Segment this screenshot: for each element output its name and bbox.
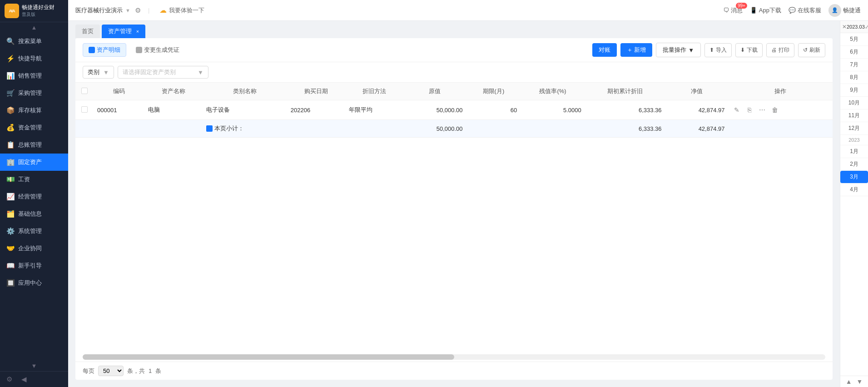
- download-button[interactable]: ⬇ 下载: [735, 43, 763, 57]
- total-prefix: 条，共: [127, 367, 145, 375]
- sidebar-item-purchase[interactable]: 🛒 采购管理: [0, 84, 68, 102]
- category-filter-placeholder: 请选择固定资产类别: [123, 68, 176, 76]
- calendar-month-6[interactable]: 6月: [840, 46, 868, 59]
- calendar-month-4[interactable]: 4月: [840, 184, 868, 196]
- copy-button[interactable]: ⎘: [744, 105, 754, 115]
- app-logo-text: 畅捷通好业财: [22, 4, 55, 11]
- calendar-up-button[interactable]: ▲: [846, 378, 852, 385]
- calendar-close-button[interactable]: ✕: [842, 24, 847, 30]
- sidebar-scroll-down[interactable]: ▼: [0, 361, 68, 371]
- table-footer: 每页 50 100 条，共 1 条: [75, 362, 833, 380]
- tab-home[interactable]: 首页: [75, 25, 100, 38]
- import-button[interactable]: ⬆ 导入: [704, 43, 732, 57]
- sidebar-item-inventory[interactable]: 📦 库存核算: [0, 102, 68, 119]
- cell-name: 电脑: [144, 100, 203, 120]
- category-input-dropdown-icon: ▼: [198, 69, 203, 76]
- cell-net-value: 42,874.97: [665, 100, 729, 120]
- calendar-month-1[interactable]: 1月: [840, 145, 868, 158]
- sidebar-item-finance[interactable]: 💰 资金管理: [0, 119, 68, 136]
- sidebar-item-search[interactable]: 🔍 搜索菜单: [0, 33, 68, 50]
- col-accumulated-depreciation: 期初累计折旧: [585, 83, 665, 100]
- sidebar-item-ledger[interactable]: 📋 总账管理: [0, 136, 68, 154]
- edit-button[interactable]: ✎: [732, 105, 742, 115]
- refresh-button[interactable]: ↺ 刷新: [798, 43, 825, 57]
- user-button[interactable]: 👤 畅捷通: [828, 4, 861, 17]
- sub-tab-asset-detail-label: 资产明细: [97, 46, 120, 54]
- cell-accumulated-depreciation: 6,333.36: [585, 100, 665, 120]
- customer-service-button[interactable]: 💬 在线客服: [789, 6, 821, 15]
- calendar-down-button[interactable]: ▼: [857, 378, 863, 385]
- calendar-month-8[interactable]: 8月: [840, 71, 868, 84]
- subtotal-empty-date: [287, 120, 345, 138]
- col-category: 类别名称: [203, 83, 287, 100]
- sidebar-item-collab[interactable]: 🤝 企业协同: [0, 240, 68, 257]
- header-checkbox[interactable]: [81, 88, 88, 94]
- col-depreciation-method: 折旧方法: [345, 83, 403, 100]
- row-checkbox[interactable]: [81, 106, 88, 113]
- more-button[interactable]: ⋯: [757, 105, 767, 115]
- sidebar-item-basic-info[interactable]: 🗂️ 基础信息: [0, 205, 68, 223]
- batch-button[interactable]: 批量操作 ▼: [656, 43, 701, 57]
- calendar-year-month: 2023.03: [847, 24, 865, 30]
- sidebar-scroll-up[interactable]: ▲: [0, 22, 68, 33]
- sidebar-item-quicknav[interactable]: ⚡ 快捷导航: [0, 50, 68, 67]
- subtotal-net-value: 42,874.97: [665, 120, 729, 138]
- app-download-button[interactable]: 📱 App下载: [750, 6, 781, 15]
- sidebar-item-system[interactable]: ⚙️ 系统管理: [0, 223, 68, 240]
- refresh-label: 刷新: [809, 46, 820, 54]
- category-filter-select[interactable]: 类别 ▼: [83, 66, 114, 79]
- col-net-value: 净值: [665, 83, 729, 100]
- row-checkbox-cell: [75, 100, 94, 120]
- calendar-month-2[interactable]: 2月: [840, 158, 868, 171]
- print-button[interactable]: 🖨 打印: [766, 43, 794, 57]
- tab-bar: 首页 资产管理 ×: [68, 21, 840, 38]
- experience-button[interactable]: ☁ 我要体验一下: [159, 6, 204, 15]
- new-button[interactable]: ＋ 新增: [620, 43, 652, 57]
- calendar-month-12[interactable]: 12月: [840, 122, 868, 135]
- collapse-icon[interactable]: ◀: [21, 375, 27, 383]
- experience-icon: ☁: [159, 6, 167, 15]
- calendar-month-10[interactable]: 10月: [840, 97, 868, 109]
- subtotal-icon: [206, 125, 213, 132]
- generate-voucher-icon: [136, 47, 142, 53]
- tab-close-icon[interactable]: ×: [136, 29, 139, 34]
- sub-tab-asset-detail[interactable]: 资产明细: [83, 43, 126, 57]
- sub-tab-generate-voucher[interactable]: 变更生成凭证: [130, 43, 185, 57]
- sales-icon: 📊: [6, 72, 15, 80]
- company-selector[interactable]: 医疗器械行业演示 ▼: [75, 6, 130, 15]
- sidebar-item-salary[interactable]: 💵 工资: [0, 171, 68, 188]
- calendar-month-3[interactable]: 3月: [840, 171, 868, 184]
- total-suffix: 条: [155, 367, 161, 375]
- topbar-gear-icon[interactable]: ⚙: [135, 6, 141, 15]
- calendar-month-7[interactable]: 7月: [840, 59, 868, 71]
- category-filter-label: 类别: [88, 68, 99, 76]
- customer-service-label: 在线客服: [798, 6, 821, 15]
- calendar-year-label: 2023: [840, 135, 868, 145]
- settings-icon[interactable]: ⚙: [6, 375, 12, 383]
- duizhang-button[interactable]: 对账: [592, 43, 617, 57]
- calendar-month-5[interactable]: 5月: [840, 33, 868, 46]
- calendar-expand-button[interactable]: ⤢: [865, 24, 868, 30]
- horizontal-scrollbar[interactable]: [83, 354, 825, 360]
- sidebar-item-fixed-assets[interactable]: 🏢 固定资产: [0, 154, 68, 171]
- page-size-select[interactable]: 50 100: [98, 366, 124, 376]
- user-name: 畅捷通: [843, 6, 861, 15]
- topbar-divider: |: [148, 7, 149, 14]
- subtotal-empty-method: [345, 120, 403, 138]
- app-center-icon: 🔲: [6, 279, 15, 287]
- sidebar-item-management[interactable]: 📈 经营管理: [0, 188, 68, 205]
- tab-asset-management[interactable]: 资产管理 ×: [102, 25, 145, 38]
- cell-category: 电子设备: [203, 100, 287, 120]
- message-button[interactable]: 🗨 消息 99+: [723, 6, 743, 15]
- sidebar-logo: AtA 畅捷通好业财 普及版: [0, 0, 68, 22]
- delete-button[interactable]: 🗑: [770, 105, 780, 115]
- app-download-icon: 📱: [750, 7, 757, 14]
- sidebar-item-guide[interactable]: 📖 新手引导: [0, 257, 68, 274]
- sidebar-item-app-center[interactable]: 🔲 应用中心: [0, 274, 68, 292]
- category-filter-input[interactable]: 请选择固定资产类别 ▼: [118, 66, 208, 79]
- calendar-month-9[interactable]: 9月: [840, 84, 868, 97]
- user-avatar: 👤: [828, 4, 841, 17]
- toolbar-right: 对账 ＋ 新增 批量操作 ▼ ⬆ 导入: [592, 43, 825, 57]
- sidebar-item-sales[interactable]: 📊 销售管理: [0, 67, 68, 84]
- calendar-month-11[interactable]: 11月: [840, 109, 868, 122]
